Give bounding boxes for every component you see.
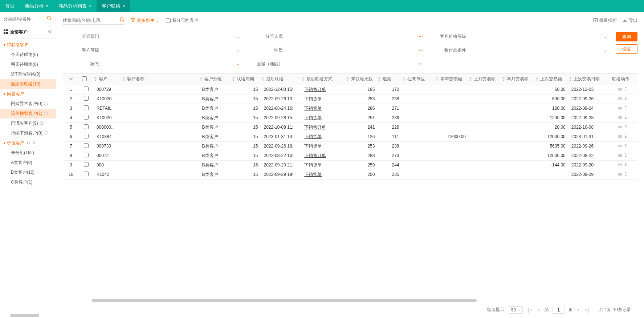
filter-dept-select[interactable]: ⌄	[102, 31, 241, 41]
filter-nature-select[interactable]: ⋯	[286, 45, 425, 55]
last-way-link[interactable]: 下销货单	[304, 162, 322, 168]
info-icon[interactable]: ⓘ	[40, 121, 44, 126]
sidebar-item[interactable]: B类客户(10)	[0, 168, 56, 177]
chat-icon[interactable]: ✉	[618, 134, 622, 139]
tab-product-analysis[interactable]: 商品分析×	[20, 0, 53, 12]
row-checkbox[interactable]	[84, 115, 89, 120]
sidebar-item[interactable]: 回购异常客户(0) ⓘ	[0, 99, 56, 109]
sidebar-scrollbar[interactable]	[0, 313, 56, 318]
last-way-link[interactable]: 下销货单	[304, 134, 322, 139]
row-checkbox[interactable]	[84, 143, 89, 148]
sidebar-item[interactable]: A类客户(0)	[0, 158, 56, 168]
sidebar-section[interactable]: ▾问题客户	[0, 89, 56, 99]
more-icon[interactable]: ⠿	[625, 106, 628, 111]
sidebar-item[interactable]: 持续下滑客户(0) ⓘ	[0, 128, 56, 138]
filter-payterm-select[interactable]: ⌄	[469, 45, 608, 55]
sidebar-section[interactable]: ▾价值客户↻✎	[0, 138, 56, 148]
more-icon[interactable]: ⠿	[625, 172, 628, 177]
col-group[interactable]: 客户分组	[199, 74, 232, 85]
select-all-checkbox[interactable]	[82, 76, 87, 81]
info-icon[interactable]: ⓘ	[44, 101, 48, 106]
table-row[interactable]: 3RETAILB类客户152022-08-24 16:下销货单286271120…	[63, 104, 637, 113]
col-nocontact[interactable]: 未联络天数	[346, 74, 378, 85]
page-input[interactable]	[553, 306, 565, 314]
sidebar-item[interactable]: 今天待联络(0)	[0, 50, 56, 60]
pager-prev-icon[interactable]: <	[537, 307, 541, 313]
info-icon[interactable]: ⓘ	[44, 130, 48, 136]
sidebar-item[interactable]: 明天待联络(0)	[0, 60, 56, 69]
more-icon[interactable]: ⠿	[625, 162, 628, 168]
more-icon[interactable]: ⠿	[625, 87, 628, 92]
tab-customer-contact[interactable]: 客户联络×	[97, 0, 130, 12]
more-icon[interactable]: ⠿	[625, 144, 628, 149]
col-last-time[interactable]: 最后联络...	[261, 74, 302, 85]
col-year[interactable]: 本年交易额	[435, 74, 469, 85]
more-conditions-toggle[interactable]: 更多条件 ⌄	[131, 17, 159, 24]
tab-home[interactable]: 首页	[0, 0, 20, 12]
filter-region-select[interactable]: ⋯	[286, 59, 425, 69]
sidebar-item[interactable]: 流失预警客户(1) ⓘ	[0, 109, 56, 118]
query-button[interactable]: 查询	[616, 32, 637, 41]
table-row[interactable]: 800072B类客户152022-08-22 16:下销售订单288273120…	[63, 151, 637, 160]
chat-icon[interactable]: ✉	[618, 115, 622, 120]
table-row[interactable]: 4K10026B类客户152022-09-28 15:下销货单251236120…	[63, 113, 637, 122]
chat-icon[interactable]: ✉	[618, 87, 622, 92]
sidebar-item[interactable]: 未分组(162)	[0, 148, 56, 158]
sidebar-all-customers[interactable]: 全部客户	[0, 26, 56, 39]
sidebar-section[interactable]: ▾待联络客户	[0, 40, 56, 50]
sidebar-search-input[interactable]	[4, 15, 52, 23]
pager-next-icon[interactable]: >	[576, 307, 580, 313]
pager-last-icon[interactable]: >│	[584, 307, 591, 313]
chat-icon[interactable]: ✉	[618, 106, 622, 111]
table-row[interactable]: 9000B类客户152022-09-20 21:下销货单259244-144.0…	[63, 160, 637, 170]
col-overdue[interactable]: 逾期...	[378, 74, 402, 85]
per-page-select[interactable]: 50	[508, 306, 523, 314]
more-icon[interactable]: ⠿	[625, 115, 628, 120]
col-lastm[interactable]: 上月交易额	[469, 74, 502, 85]
table-row[interactable]: 5000000...B类客户152022-10-08 11:下销售订单24122…	[63, 122, 637, 132]
sidebar-item[interactable]: 近7天待联络(0)	[0, 69, 56, 79]
last-way-link[interactable]: 下销售订单	[304, 87, 326, 92]
table-row[interactable]: 10K1042B类客户152022-09-29 19:下销货单250235202…	[63, 170, 637, 179]
row-checkbox[interactable]	[84, 134, 89, 138]
pager-first-icon[interactable]: │<	[526, 307, 533, 313]
table-row[interactable]: 1000729B类客户152022-12-03 15:下销售订单18517060…	[63, 85, 637, 94]
chat-icon[interactable]: ✉	[618, 125, 622, 130]
filter-staff-select[interactable]: ⋯	[286, 31, 425, 41]
close-icon[interactable]: ×	[123, 4, 125, 9]
last-way-link[interactable]: 下销货单	[304, 144, 322, 149]
checkbox[interactable]	[166, 18, 171, 23]
search-input[interactable]	[63, 16, 125, 24]
col-unit[interactable]: 往来单位联...	[402, 74, 436, 85]
col-last-way[interactable]: 最后联络方式	[301, 74, 346, 85]
last-way-link[interactable]: 下销货单	[304, 115, 322, 120]
more-icon[interactable]: ⠿	[625, 125, 628, 130]
table-scrollbar[interactable]	[63, 298, 637, 303]
table-row[interactable]: 7000730B类客户152022-09-26 18:下销货单253238563…	[63, 141, 637, 151]
col-name[interactable]: 客户名称	[122, 74, 199, 85]
col-lastdate[interactable]: 上次交易日期	[568, 74, 609, 85]
tab-product-analysis-list[interactable]: 商品分析列表×	[53, 0, 97, 12]
row-checkbox[interactable]	[84, 162, 89, 167]
col-lastamt[interactable]: 上次交易额	[535, 74, 568, 85]
search-icon[interactable]	[47, 16, 52, 21]
last-way-link[interactable]: 下销售订单	[304, 125, 326, 130]
row-checkbox[interactable]	[84, 86, 89, 91]
col-code[interactable]: 客户...	[94, 74, 122, 85]
row-checkbox[interactable]	[84, 172, 89, 176]
info-icon[interactable]: ⓘ	[44, 111, 48, 116]
search-icon[interactable]	[119, 17, 125, 23]
filter-pricegrade-select[interactable]: ⌄	[469, 31, 608, 41]
refresh-icon[interactable]: ↻	[27, 141, 30, 146]
chat-icon[interactable]: ✉	[618, 144, 622, 149]
batch-action-button[interactable]: 批量操作	[593, 17, 617, 24]
table-row[interactable]: 6K10384B类客户152023-01-31 14:下销货单126111120…	[63, 132, 637, 141]
row-checkbox[interactable]	[84, 96, 89, 101]
row-checkbox[interactable]	[84, 105, 89, 110]
my-customers-checkbox[interactable]: 我分管的客户	[166, 17, 198, 24]
last-way-link[interactable]: 下销货单	[304, 172, 322, 177]
chat-icon[interactable]: ✉	[618, 153, 622, 158]
more-icon[interactable]: ⠿	[625, 134, 628, 139]
last-way-link[interactable]: 下销货单	[304, 106, 322, 111]
more-icon[interactable]: ⠿	[625, 96, 628, 101]
